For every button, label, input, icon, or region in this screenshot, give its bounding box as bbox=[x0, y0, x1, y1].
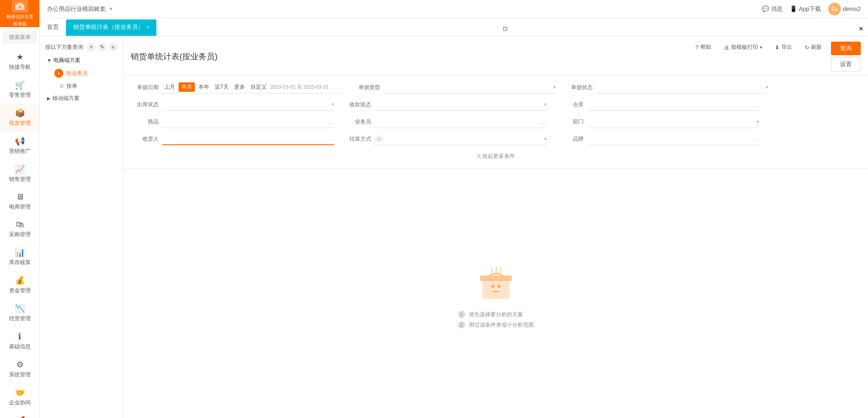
tab-close-icon[interactable]: × bbox=[146, 24, 149, 30]
sidebar-item-label: 批发管理 bbox=[9, 119, 31, 127]
date-range-text: 2023-03-01 至 2023-03-31 bbox=[270, 84, 329, 90]
window-close-btn[interactable]: ✕ bbox=[854, 22, 868, 36]
tab-expand-btn[interactable]: ⊡ bbox=[498, 22, 512, 36]
doctype-dropdown-icon[interactable]: ▾ bbox=[553, 85, 556, 90]
sidebar-item-wholesale[interactable]: 📦 批发管理 bbox=[0, 104, 40, 132]
sidebar-item-quicknav[interactable]: ★ 快捷导航 bbox=[0, 48, 40, 76]
system-icon: ⚙ bbox=[16, 360, 24, 370]
doctype-control[interactable]: ▾ bbox=[384, 81, 556, 94]
date-tab-custom[interactable]: 自定义 bbox=[249, 82, 269, 92]
tab-active-label: 销货单统计表（按业务员） bbox=[73, 23, 144, 31]
collection-dropdown-icon[interactable]: ▾ bbox=[544, 102, 547, 107]
filter-row-3: 商品 … 业务员 … 部门 ▾ bbox=[131, 115, 861, 128]
docstatus-dropdown-icon[interactable]: ▾ bbox=[766, 85, 768, 90]
date-tab-more[interactable]: 更多 bbox=[232, 82, 247, 92]
window-close-icon: ✕ bbox=[859, 25, 863, 32]
sidebar-item-label: 销售管理 bbox=[9, 176, 31, 183]
sidebar-item-finance[interactable]: 💰 资金管理 bbox=[0, 271, 40, 299]
breadcrumb: 办公用品行业模拟账套 bbox=[47, 5, 106, 13]
inventory-icon: 📊 bbox=[15, 247, 25, 257]
warehouse-control[interactable]: … bbox=[587, 98, 759, 111]
date-tab-lastmonth[interactable]: 上月 bbox=[162, 82, 177, 92]
logo-icon bbox=[12, 0, 28, 13]
sidebar: 畅捷信好生意 标准版 搜索菜单 ★ 快捷导航 🛒 零售管理 📦 批发管理 📢 营… bbox=[0, 0, 40, 418]
consignee-control[interactable]: … bbox=[162, 133, 334, 145]
date-tab-thismonth[interactable]: 本月 bbox=[179, 82, 195, 92]
sidebar-item-inventory[interactable]: 📊 库存核算 bbox=[0, 243, 40, 271]
scheme-by-order[interactable]: ⊞ 按单 bbox=[43, 80, 123, 92]
empty-state: 1 请先选择要分析的方案 2 用过滤条件来缩小分析范围 bbox=[458, 258, 534, 329]
sidebar-item-retail[interactable]: 🛒 零售管理 bbox=[0, 76, 40, 104]
sidebar-item-collab[interactable]: 🤝 企业协同 bbox=[0, 383, 40, 411]
sidebar-item-newbie[interactable]: 🚀 新手引导 bbox=[0, 411, 40, 418]
tab-home[interactable]: 首页 bbox=[40, 19, 66, 36]
breadcrumb-arrow[interactable]: ▾ bbox=[109, 5, 113, 12]
sidebar-item-basicinfo[interactable]: ℹ 基础信息 bbox=[0, 327, 40, 355]
collapse-filter-btn[interactable]: ⋀ 收起更多条件 bbox=[131, 150, 861, 163]
goods-dots[interactable]: … bbox=[328, 118, 334, 125]
wholesale-icon: 📦 bbox=[15, 108, 25, 118]
query-button[interactable]: 查询 bbox=[831, 42, 861, 55]
salesperson-label: 业务员 bbox=[343, 118, 375, 126]
date-tab-thisyear[interactable]: 本年 bbox=[197, 82, 211, 92]
collapse-panel-btn[interactable]: « bbox=[108, 43, 118, 52]
collection-control[interactable]: ▾ bbox=[375, 98, 547, 111]
tab-sales-stat[interactable]: 销货单统计表（按业务员） × bbox=[66, 19, 156, 36]
topbar-left: 办公用品行业模拟账套 ▾ bbox=[47, 5, 113, 13]
sidebar-item-label: 经营管理 bbox=[9, 315, 31, 323]
settlement-control[interactable]: × ▾ bbox=[375, 133, 547, 145]
purchase-icon: 🛍 bbox=[16, 220, 24, 229]
warehouse-dots[interactable]: … bbox=[753, 101, 759, 108]
mobile-scheme-group[interactable]: ▶ 移动端方案 bbox=[43, 92, 123, 104]
export-btn[interactable]: ⬇ 导出 bbox=[771, 42, 796, 53]
add-scheme-btn[interactable]: + bbox=[87, 43, 96, 52]
refresh-btn[interactable]: ↻ 刷新 bbox=[801, 42, 826, 53]
sidebar-item-marketing[interactable]: 📢 营销推广 bbox=[0, 132, 40, 160]
app-logo: 畅捷信好生意 标准版 bbox=[0, 0, 40, 27]
app-download-btn[interactable]: 📱 App下载 bbox=[790, 5, 821, 13]
desktop-scheme-group: ▼ 电脑端方案 ● 按业务员 ⊞ 按单 bbox=[40, 54, 123, 92]
date-control[interactable]: 上月 本月 本年 近7天 更多 自定义 2023-03-01 至 2023-03… bbox=[162, 81, 343, 94]
data-area: 1 请先选择要分析的方案 2 用过滤条件来缩小分析范围 bbox=[123, 169, 868, 418]
scheme-by-salesperson[interactable]: ● 按业务员 bbox=[43, 66, 123, 80]
department-label: 部门 bbox=[556, 118, 587, 126]
message-btn[interactable]: 💬 消息 bbox=[762, 5, 783, 13]
refresh-label: 刷新 bbox=[811, 43, 822, 51]
right-panel: 销货单统计表(按业务员) ? 帮助 🖨 按模板打印 ▾ ⬇ bbox=[123, 36, 868, 418]
search-menu[interactable]: 搜索菜单 bbox=[3, 31, 37, 44]
salesperson-dots[interactable]: … bbox=[540, 118, 547, 125]
consignee-dots[interactable]: … bbox=[328, 135, 334, 142]
goods-control[interactable]: … bbox=[162, 115, 334, 128]
sidebar-item-system[interactable]: ⚙ 系统管理 bbox=[0, 355, 40, 383]
scheme-by-salesperson-label: 按业务员 bbox=[66, 70, 88, 77]
print-icon: 🖨 bbox=[724, 44, 729, 51]
setting-button[interactable]: 设置 bbox=[831, 57, 861, 71]
brand-dots[interactable]: … bbox=[753, 135, 759, 142]
newbie-icon: 🚀 bbox=[15, 416, 25, 418]
help-icon: ? bbox=[695, 44, 698, 51]
sidebar-item-purchase[interactable]: 🛍 采购管理 bbox=[0, 215, 40, 243]
message-icon: 💬 bbox=[762, 5, 769, 12]
department-control[interactable]: ▾ bbox=[587, 115, 759, 128]
outstatus-dropdown-icon[interactable]: ▾ bbox=[332, 102, 334, 107]
message-label: 消息 bbox=[771, 5, 783, 13]
sidebar-item-ecommerce[interactable]: 🖥 电商管理 bbox=[0, 188, 40, 215]
help-btn[interactable]: ? 帮助 bbox=[692, 42, 715, 53]
edit-scheme-btn[interactable]: ✎ bbox=[98, 43, 107, 52]
date-tab-7days[interactable]: 近7天 bbox=[213, 82, 231, 92]
settlement-dropdown-icon[interactable]: ▾ bbox=[544, 136, 547, 141]
outstatus-control[interactable]: ▾ bbox=[162, 98, 334, 111]
desktop-scheme-group-title[interactable]: ▼ 电脑端方案 bbox=[43, 54, 123, 66]
sidebar-item-operations[interactable]: 📉 经营管理 bbox=[0, 299, 40, 327]
docstatus-control[interactable]: ▾ bbox=[596, 81, 768, 94]
user-menu[interactable]: Ea demo2 bbox=[828, 3, 861, 15]
sidebar-item-sales[interactable]: 📈 销售管理 bbox=[0, 160, 40, 188]
mobile-scheme-label: 移动端方案 bbox=[52, 95, 80, 102]
quicknav-icon: ★ bbox=[16, 52, 24, 62]
salesperson-control[interactable]: … bbox=[375, 115, 547, 128]
hint-text-2: 用过滤条件来缩小分析范围 bbox=[469, 321, 534, 329]
department-dropdown-icon[interactable]: ▾ bbox=[757, 119, 759, 124]
brand-control[interactable]: … bbox=[587, 133, 759, 145]
settlement-clear-x[interactable]: × bbox=[377, 136, 380, 142]
template-print-btn[interactable]: 🖨 按模板打印 ▾ bbox=[720, 42, 766, 53]
